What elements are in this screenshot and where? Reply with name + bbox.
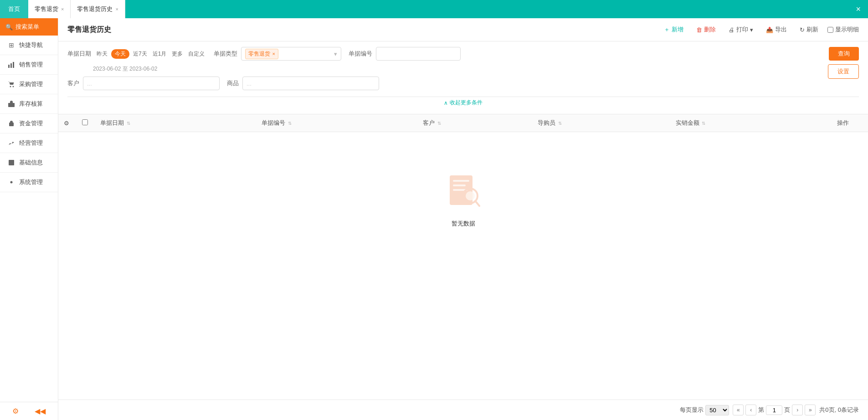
sidebar-item-system-mgmt[interactable]: 系统管理	[0, 173, 58, 192]
finance-icon	[7, 119, 15, 128]
sort-arrows-bill-no: ⇅	[288, 121, 292, 126]
date-yesterday[interactable]: 昨天	[95, 49, 109, 59]
date-more[interactable]: 更多	[170, 49, 185, 59]
tab-home[interactable]: 首页	[0, 0, 28, 18]
bill-type-tag-remove[interactable]: ×	[272, 51, 275, 56]
filter-customer: 客户 ...	[67, 77, 220, 90]
bill-date-label: 单据日期	[67, 50, 91, 58]
first-page-button[interactable]: «	[733, 405, 744, 415]
sidebar-item-system-mgmt-label: 系统管理	[19, 178, 43, 186]
search-icon: 🔍	[5, 24, 13, 31]
sidebar-item-finance[interactable]: 资金管理	[0, 114, 58, 133]
th-customer[interactable]: 客户 ⇅	[417, 114, 532, 132]
close-window-button[interactable]: ×	[856, 5, 861, 14]
sidebar-item-basic-info[interactable]: 基础信息	[0, 153, 58, 173]
svg-point-7	[11, 124, 12, 125]
filter-bill-date: 单据日期 昨天 今天 近7天 近1月 更多 自定义	[67, 49, 206, 59]
last-page-button[interactable]: »	[805, 405, 816, 415]
next-page-button[interactable]: ›	[792, 405, 803, 415]
svg-point-11	[10, 181, 13, 184]
svg-point-3	[10, 86, 11, 87]
set-button[interactable]: 设置	[828, 64, 859, 79]
svg-point-4	[13, 86, 14, 87]
th-bill-date[interactable]: 单据日期 ⇅	[95, 114, 256, 132]
sidebar-item-inventory[interactable]: 库存核算	[0, 94, 58, 114]
table-settings-icon[interactable]: ⚙	[64, 120, 69, 127]
sidebar-settings-button[interactable]: ⚙	[12, 407, 19, 415]
display-detail-toggle[interactable]: 显示明细	[827, 26, 859, 34]
th-settings[interactable]: ⚙	[58, 114, 77, 132]
date-custom[interactable]: 自定义	[186, 49, 206, 59]
svg-rect-8	[9, 160, 14, 165]
th-bill-no-label: 单据编号	[262, 119, 285, 126]
date-last1month[interactable]: 近1月	[151, 49, 169, 59]
sidebar-item-finance-label: 资金管理	[19, 119, 43, 128]
th-amount-label: 实销金额	[676, 119, 699, 126]
collapse-label: 收起更多条件	[450, 99, 483, 107]
th-guide[interactable]: 导购员 ⇅	[532, 114, 670, 132]
svg-line-17	[475, 201, 479, 206]
purchase-mgmt-icon	[7, 80, 15, 88]
refresh-icon: ↻	[800, 26, 805, 33]
page-navigation: « ‹ 第 页 › »	[733, 405, 816, 415]
sidebar-item-operation[interactable]: 经营管理	[0, 133, 58, 153]
tab-retail-return[interactable]: 零售退货 ×	[28, 0, 71, 18]
filter-row-1: 单据日期 昨天 今天 近7天 近1月 更多 自定义	[67, 47, 819, 61]
basic-info-icon	[7, 159, 15, 167]
th-ops-label: 操作	[837, 119, 849, 126]
svg-point-18	[466, 191, 475, 200]
page-header: 零售退货历史 ＋ 新增 🗑 删除 🖨 打印 ▾ 📤 导出	[58, 18, 868, 41]
filter-bill-no: 单据编号	[349, 47, 461, 61]
sidebar-item-basic-info-label: 基础信息	[19, 159, 43, 167]
bill-type-tag-value: 零售退货	[248, 50, 270, 58]
display-detail-checkbox[interactable]	[827, 27, 833, 33]
filter-area: 单据日期 昨天 今天 近7天 近1月 更多 自定义	[58, 41, 868, 114]
bill-type-select[interactable]: 零售退货 × ▾	[241, 47, 341, 61]
tab-retail-return-history-close[interactable]: ×	[115, 6, 118, 12]
customer-select[interactable]: ...	[83, 77, 220, 90]
svg-rect-5	[8, 103, 15, 107]
tab-retail-return-history[interactable]: 零售退货历史 ×	[71, 0, 125, 18]
th-bill-no[interactable]: 单据编号 ⇅	[256, 114, 417, 132]
prev-page-button[interactable]: ‹	[745, 405, 756, 415]
bill-no-label: 单据编号	[349, 50, 372, 58]
add-label: 新增	[672, 26, 683, 34]
query-button[interactable]: 查询	[829, 47, 859, 61]
sidebar-sound-button[interactable]: ◀◀	[35, 407, 46, 415]
sidebar-search[interactable]: 🔍 搜索菜单	[0, 18, 58, 36]
refresh-button[interactable]: ↻ 刷新	[796, 24, 822, 36]
tab-retail-return-close[interactable]: ×	[61, 6, 64, 12]
sales-mgmt-icon	[7, 61, 15, 69]
main-layout: 🔍 搜索菜单 ⊞ 快捷导航 销售管理 采购管理 库存核算	[0, 18, 868, 420]
sidebar-item-sales-mgmt[interactable]: 销售管理	[0, 55, 58, 75]
th-amount[interactable]: 实销金额 ⇅	[670, 114, 832, 132]
sidebar: 🔍 搜索菜单 ⊞ 快捷导航 销售管理 采购管理 库存核算	[0, 18, 58, 420]
page-number-input[interactable]	[766, 405, 782, 415]
goods-placeholder: ...	[247, 80, 252, 87]
total-info: 共0页, 0条记录	[819, 406, 859, 414]
delete-button[interactable]: 🗑 删除	[693, 24, 719, 36]
sidebar-item-purchase-mgmt[interactable]: 采购管理	[0, 75, 58, 94]
print-icon: 🖨	[729, 26, 734, 33]
goods-select[interactable]: ...	[242, 77, 379, 90]
table-body: 暂无数据	[58, 132, 868, 265]
per-page-label: 每页显示	[680, 406, 704, 414]
data-table: ⚙ 单据日期 ⇅ 单据编号 ⇅	[58, 114, 868, 264]
top-bar: 首页 零售退货 × 零售退货历史 × ×	[0, 0, 868, 18]
print-button[interactable]: 🖨 打印 ▾	[725, 24, 757, 36]
sidebar-item-purchase-mgmt-label: 采购管理	[19, 80, 43, 88]
date-today[interactable]: 今天	[111, 49, 129, 59]
select-all-checkbox[interactable]	[82, 119, 88, 125]
date-last7days[interactable]: 近7天	[131, 49, 149, 59]
print-dropdown-icon: ▾	[750, 26, 753, 33]
per-page-select[interactable]: 20 50 100	[705, 405, 729, 415]
th-bill-date-label: 单据日期	[100, 119, 124, 126]
bill-no-input[interactable]	[376, 47, 461, 61]
export-button[interactable]: 📤 导出	[762, 24, 791, 36]
sidebar-item-inventory-label: 库存核算	[19, 100, 43, 108]
collapse-filter-button[interactable]: ∧ 收起更多条件	[67, 97, 859, 108]
sidebar-item-quick-nav[interactable]: ⊞ 快捷导航	[0, 36, 58, 55]
filter-row-2: 客户 ... 商品 ...	[67, 77, 819, 90]
empty-state: 暂无数据	[58, 132, 868, 264]
add-button[interactable]: ＋ 新增	[660, 24, 687, 36]
